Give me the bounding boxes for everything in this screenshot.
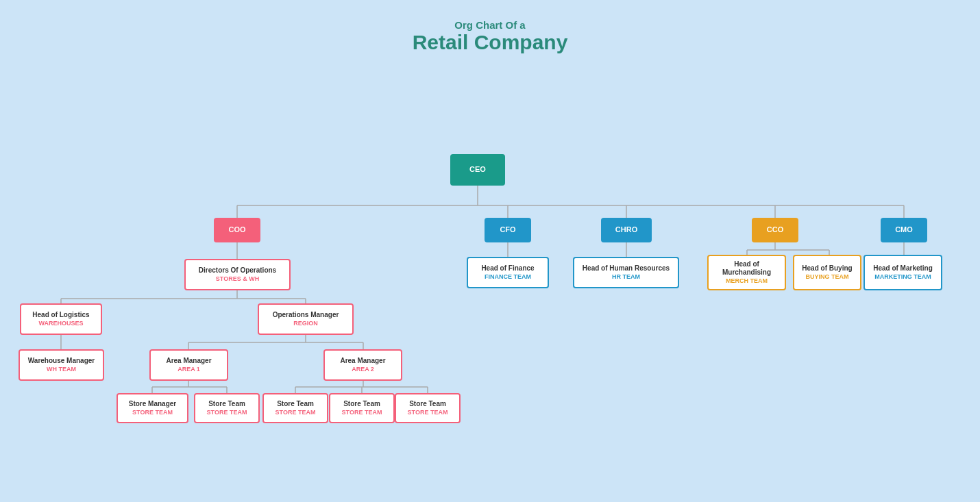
hol-sub: WAREHOUSES xyxy=(38,320,83,327)
title-area: Org Chart Of a Retail Company xyxy=(0,0,980,54)
wm-label: Warehouse Manager xyxy=(28,357,95,365)
sm-node: Store Manager STORE TEAM xyxy=(117,393,188,423)
st4-label: Store Team xyxy=(409,400,446,408)
st2-sub: STORE TEAM xyxy=(275,409,316,416)
cfo-node: CFO xyxy=(485,218,531,242)
om-label: Operations Manager xyxy=(273,311,339,319)
st1-node: Store Team STORE TEAM xyxy=(194,393,260,423)
homark-sub: MARKETING TEAM xyxy=(874,273,931,281)
hof-node: Head of Finance FINANCE TEAM xyxy=(467,257,549,288)
coo-node: COO xyxy=(214,218,260,242)
hohr-sub: HR TEAM xyxy=(612,273,640,281)
hob-node: Head of Buying BUYING TEAM xyxy=(793,255,861,290)
hom-sub: MERCH TEAM xyxy=(726,277,768,285)
ceo-label: CEO xyxy=(469,165,486,174)
am2-sub: AREA 2 xyxy=(352,366,374,373)
coo-label: COO xyxy=(228,225,245,234)
hohr-label: Head of Human Resources xyxy=(583,264,670,273)
directors-sub: STORES & WH xyxy=(216,275,259,283)
st3-label: Store Team xyxy=(343,400,380,408)
hohr-node: Head of Human Resources HR TEAM xyxy=(573,257,679,288)
st2-node: Store Team STORE TEAM xyxy=(262,393,328,423)
cfo-label: CFO xyxy=(500,225,515,234)
sm-sub: STORE TEAM xyxy=(132,409,173,416)
chro-node: CHRO xyxy=(601,218,652,242)
hom-label: Head of Murchandising xyxy=(713,260,781,277)
homark-label: Head of Marketing xyxy=(873,264,933,273)
am2-label: Area Manager xyxy=(340,357,385,365)
cmo-label: CMO xyxy=(895,225,913,234)
st3-node: Store Team STORE TEAM xyxy=(329,393,395,423)
cco-label: CCO xyxy=(767,225,783,234)
sm-label: Store Manager xyxy=(129,400,176,408)
om-node: Operations Manager REGION xyxy=(258,303,354,335)
hof-label: Head of Finance xyxy=(481,264,534,273)
st4-sub: STORE TEAM xyxy=(408,409,448,416)
hom-node: Head of Murchandising MERCH TEAM xyxy=(707,255,786,290)
st1-label: Store Team xyxy=(208,400,245,408)
hol-label: Head of Logistics xyxy=(32,311,89,319)
am1-node: Area Manager AREA 1 xyxy=(149,349,228,381)
title-subtitle: Org Chart Of a xyxy=(0,19,980,31)
ceo-node: CEO xyxy=(450,154,505,186)
chro-label: CHRO xyxy=(615,225,637,234)
title-main: Retail Company xyxy=(0,31,980,54)
hob-sub: BUYING TEAM xyxy=(806,273,849,281)
cmo-node: CMO xyxy=(881,218,927,242)
connector-lines xyxy=(0,0,980,502)
cco-node: CCO xyxy=(752,218,798,242)
am1-label: Area Manager xyxy=(166,357,211,365)
homark-node: Head of Marketing MARKETING TEAM xyxy=(863,255,942,290)
hol-node: Head of Logistics WAREHOUSES xyxy=(20,303,102,335)
hof-sub: FINANCE TEAM xyxy=(485,273,531,281)
wm-node: Warehouse Manager WH TEAM xyxy=(19,349,104,381)
am2-node: Area Manager AREA 2 xyxy=(323,349,402,381)
directors-label: Directors Of Operations xyxy=(199,266,276,275)
org-chart: Org Chart Of a Retail Company xyxy=(0,0,980,502)
st4-node: Store Team STORE TEAM xyxy=(395,393,461,423)
st3-sub: STORE TEAM xyxy=(342,409,382,416)
directors-node: Directors Of Operations STORES & WH xyxy=(184,259,291,290)
om-sub: REGION xyxy=(293,320,318,327)
hob-label: Head of Buying xyxy=(802,264,852,273)
wm-sub: WH TEAM xyxy=(47,366,76,373)
st1-sub: STORE TEAM xyxy=(207,409,247,416)
am1-sub: AREA 1 xyxy=(177,366,200,373)
st2-label: Store Team xyxy=(277,400,314,408)
